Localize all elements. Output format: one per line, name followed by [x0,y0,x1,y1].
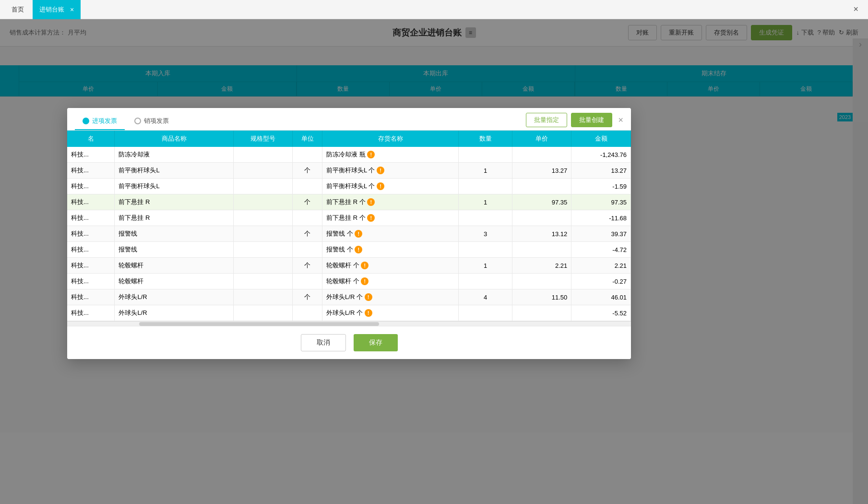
active-tab[interactable]: 进销台账 × [33,0,81,19]
th-inventory: 存货名称 [322,131,459,147]
cell-spec [233,210,293,226]
cell-spec [233,242,293,258]
cell-qty: 1 [459,194,512,210]
cell-name: 科技... [67,258,115,274]
main-content: 销售成本计算方法： 月平均 商贸企业进销台账 ≡ 对账 重新开账 存货别名 生成… [0,19,868,504]
cell-unit [293,305,322,321]
cell-amount: 97.35 [571,194,631,210]
table-row: 科技... 防冻冷却液 防冻冷却液 瓶 ! -1,243.76 [67,147,631,163]
cell-qty [459,305,512,321]
cell-price: 11.50 [512,289,571,305]
th-product: 商品名称 [115,131,233,147]
cell-amount: 39.37 [571,226,631,242]
th-unit: 单位 [293,131,322,147]
cell-amount: -5.52 [571,305,631,321]
table-row: 科技... 前下悬挂 R 个 前下悬挂 R 个 ! 1 97.35 97.35 [67,194,631,210]
cell-qty: 1 [459,258,512,274]
cell-amount: 46.01 [571,289,631,305]
warn-icon: ! [367,214,375,222]
active-tab-label: 进销台账 [39,5,64,14]
cell-unit [293,147,322,163]
modal-close-icon[interactable]: × [618,115,623,125]
incoming-tab-icon [83,118,89,124]
cell-unit: 个 [293,258,322,274]
cancel-button[interactable]: 取消 [301,334,346,351]
outgoing-tab-icon [134,118,141,124]
cell-amount: -1.59 [571,179,631,194]
cell-name: 科技... [67,305,115,321]
cell-qty: 1 [459,163,512,179]
modal-footer: 取消 保存 [67,326,631,359]
scrollbar-thumb[interactable] [139,322,379,326]
th-name: 名 [67,131,115,147]
cell-qty [459,242,512,258]
cell-amount: -4.72 [571,242,631,258]
top-bar: 首页 进销台账 × × [0,0,868,19]
cell-amount: -1,243.76 [571,147,631,163]
cell-spec [233,163,293,179]
warn-icon: ! [355,230,362,238]
table-row: 科技... 前平衡杆球头L 个 前平衡杆球头L 个 ! 1 13.27 13.2… [67,163,631,179]
save-button[interactable]: 保存 [354,334,398,351]
th-spec: 规格型号 [233,131,293,147]
warn-icon: ! [365,309,372,317]
cell-name: 科技... [67,179,115,194]
cell-product: 外球头L/R [115,289,233,305]
cell-spec [233,258,293,274]
cell-price [512,147,571,163]
cell-amount: -11.68 [571,210,631,226]
cell-inventory: 前平衡杆球头L 个 ! [322,163,459,179]
cell-amount: 13.27 [571,163,631,179]
incoming-tab-label: 进项发票 [92,117,117,125]
table-row: 科技... 前平衡杆球头L 前平衡杆球头L 个 ! -1.59 [67,179,631,194]
cell-inventory: 轮毂螺杆 个 ! [322,258,459,274]
cell-inventory: 外球头L/R 个 ! [322,305,459,321]
cell-inventory: 报警线 个 ! [322,226,459,242]
cell-inventory: 外球头L/R 个 ! [322,289,459,305]
tab-outgoing-invoice[interactable]: 销项发票 [127,113,177,130]
table-row: 科技... 报警线 报警线 个 ! -4.72 [67,242,631,258]
window-close-icon[interactable]: × [848,4,863,14]
modal-table-wrap[interactable]: 名 商品名称 规格型号 单位 存货名称 数量 单价 金额 科技... 防冻冷却液 [67,131,631,321]
home-tab[interactable]: 首页 [5,5,31,14]
warn-icon: ! [365,293,372,301]
table-row: 科技... 外球头L/R 外球头L/R 个 ! -5.52 [67,305,631,321]
modal-header: 进项发票 销项发票 批量指定 批量创建 × [67,108,631,131]
batch-specify-button[interactable]: 批量指定 [526,113,567,127]
table-row: 科技... 轮毂螺杆 轮毂螺杆 个 ! -0.27 [67,274,631,289]
cell-qty [459,179,512,194]
cell-product: 前下悬挂 R [115,210,233,226]
cell-product: 防冻冷却液 [115,147,233,163]
table-row: 科技... 报警线 个 报警线 个 ! 3 13.12 39.37 [67,226,631,242]
cell-unit: 个 [293,194,322,210]
modal-dialog: 进项发票 销项发票 批量指定 批量创建 × 名 商品名称 规格型号 [67,108,631,359]
th-amount: 金额 [571,131,631,147]
cell-name: 科技... [67,210,115,226]
table-row: 科技... 前下悬挂 R 前下悬挂 R 个 ! -11.68 [67,210,631,226]
cell-spec [233,289,293,305]
cell-qty [459,274,512,289]
cell-name: 科技... [67,274,115,289]
warn-icon: ! [361,277,369,285]
cell-qty: 3 [459,226,512,242]
cell-price [512,305,571,321]
cell-product: 报警线 [115,242,233,258]
close-tab-icon[interactable]: × [70,6,74,13]
horizontal-scrollbar[interactable] [67,321,631,326]
cell-spec [233,194,293,210]
cell-product: 前平衡杆球头L [115,179,233,194]
cell-qty [459,147,512,163]
cell-product: 前下悬挂 R [115,194,233,210]
cell-price: 13.27 [512,163,571,179]
warn-icon: ! [367,198,375,206]
cell-price: 13.12 [512,226,571,242]
th-qty: 数量 [459,131,512,147]
cell-price: 2.21 [512,258,571,274]
tab-incoming-invoice[interactable]: 进项发票 [75,113,125,130]
cell-spec [233,147,293,163]
table-row: 科技... 轮毂螺杆 个 轮毂螺杆 个 ! 1 2.21 2.21 [67,258,631,274]
batch-create-button[interactable]: 批量创建 [571,113,612,127]
modal-table: 名 商品名称 规格型号 单位 存货名称 数量 单价 金额 科技... 防冻冷却液 [67,131,631,321]
cell-spec [233,274,293,289]
cell-spec [233,179,293,194]
